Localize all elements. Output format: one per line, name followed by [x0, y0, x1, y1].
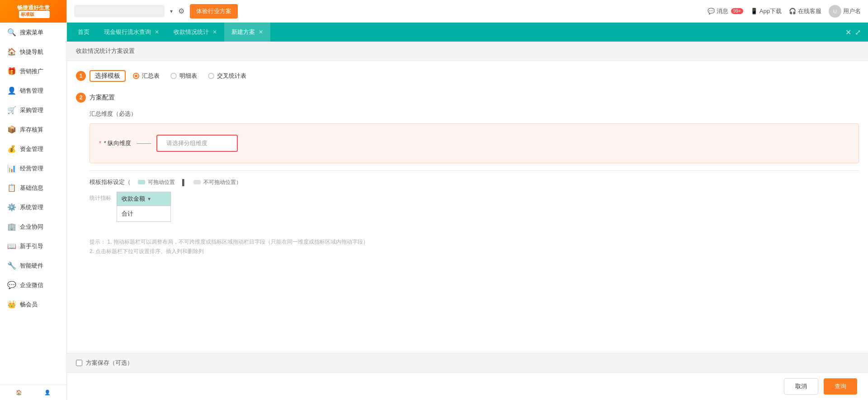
sidebar-item-inventory[interactable]: 📦 库存核算 — [0, 120, 66, 139]
step1-circle: 1 — [76, 71, 86, 81]
dimension-row: * * 纵向维度 —— 请选择分组维度 — [99, 135, 849, 152]
sidebar-item-member[interactable]: 👑 畅会员 — [0, 295, 66, 314]
settings-icon[interactable]: ⚙ — [178, 7, 184, 15]
tab-new-plan[interactable]: 新建方案 ✕ — [224, 23, 270, 42]
sidebar-item-label: 销售管理 — [20, 87, 43, 95]
dimension-arrow: —— — [137, 139, 151, 147]
app-download-label: App下载 — [760, 7, 782, 15]
tip2: 2. 点击标题栏下拉可设置排序、插入列和删除列 — [90, 248, 859, 255]
page-inner: 收款情况统计方案设置 1 选择模板 — [67, 42, 868, 372]
sidebar-item-enterprise[interactable]: 🏢 企业协同 — [0, 217, 66, 236]
radio-cross[interactable]: 交叉统计表 — [208, 72, 246, 80]
sidebar-bottom-home[interactable]: 🏠 — [16, 390, 22, 395]
tab-cash-flow[interactable]: 现金银行流水查询 ✕ — [97, 23, 166, 42]
step1-label: 选择模板 — [95, 72, 120, 79]
step1-section: 1 选择模板 汇总表 — [76, 70, 859, 82]
sidebar-item-search-menu[interactable]: 🔍 搜索菜单 — [0, 23, 66, 42]
search-menu-icon: 🔍 — [7, 28, 16, 37]
page-header: 收款情况统计方案设置 — [67, 42, 868, 61]
sidebar-item-label: 资金管理 — [20, 145, 43, 153]
tab-new-plan-label: 新建方案 — [231, 28, 255, 36]
query-button[interactable]: 查询 — [824, 378, 857, 395]
sidebar-item-hardware[interactable]: 🔧 智能硬件 — [0, 256, 66, 275]
indicators-label: 模板指标设定（ 可拖动位置 ▌ 不可拖动位置） — [90, 178, 859, 186]
money-icon: 💰 — [7, 145, 16, 153]
radio-summary[interactable]: 汇总表 — [133, 72, 160, 80]
main-area: ▾ ⚙ 体验行业方案 💬 消息 99+ 📱 App下载 🎧 在线客服 U 用户名 — [67, 0, 868, 400]
radio-detail[interactable]: 明细表 — [170, 72, 197, 80]
stats-table: 收款金额 ▾ 合计 — [117, 192, 171, 222]
sidebar-item-purchase[interactable]: 🛒 采购管理 — [0, 100, 66, 120]
topbar: ▾ ⚙ 体验行业方案 💬 消息 99+ 📱 App下载 🎧 在线客服 U 用户名 — [67, 0, 868, 23]
dimension-row-label: * * 纵向维度 — [99, 139, 131, 147]
required-asterisk: * — [99, 140, 101, 146]
step1-title: 1 选择模板 汇总表 — [76, 70, 859, 82]
sidebar-item-quick-nav[interactable]: 🏠 快捷导航 — [0, 42, 66, 61]
sidebar-item-sales[interactable]: 👤 销售管理 — [0, 81, 66, 100]
notification-badge: 99+ — [731, 8, 743, 14]
save-plan-checkbox[interactable] — [76, 360, 82, 366]
sidebar-item-marketing[interactable]: 🎁 营销推广 — [0, 61, 66, 81]
sidebar-item-guide[interactable]: 📖 新手引导 — [0, 236, 66, 256]
notification-item[interactable]: 💬 消息 99+ — [708, 7, 743, 15]
page-footer: 方案保存（可选） — [67, 353, 868, 372]
sidebar-item-label: 畅会员 — [20, 301, 38, 309]
app-download-item[interactable]: 📱 App下载 — [750, 7, 782, 15]
tabbar: 首页 现金银行流水查询 ✕ 收款情况统计 ✕ 新建方案 ✕ ✕ ⤢ — [67, 23, 868, 42]
close-window-icon[interactable]: ✕ — [845, 28, 851, 37]
list-icon: 📋 — [7, 184, 16, 192]
radio-cross-label: 交叉统计表 — [217, 72, 246, 80]
dimension-select[interactable]: 请选择分组维度 — [156, 135, 238, 152]
topbar-right: 💬 消息 99+ 📱 App下载 🎧 在线客服 U 用户名 — [708, 5, 861, 18]
sidebar-bottom: 🏠 👤 — [0, 385, 66, 400]
template-radio-group: 汇总表 明细表 交叉统计表 — [133, 72, 246, 80]
topbar-dropdown[interactable]: ▾ — [170, 8, 173, 14]
trial-btn[interactable]: 体验行业方案 — [190, 4, 238, 19]
page-body: 1 选择模板 汇总表 — [67, 61, 868, 353]
stats-column-dropdown-icon[interactable]: ▾ — [148, 196, 151, 202]
logo-text: 畅捷通好生意 — [17, 5, 50, 11]
sidebar-item-label: 营销推广 — [20, 67, 43, 75]
sidebar-item-label: 库存核算 — [20, 126, 43, 134]
user-info[interactable]: U 用户名 — [829, 5, 861, 18]
sidebar-item-operations[interactable]: 📊 经营管理 — [0, 159, 66, 178]
tab-collection-stat[interactable]: 收款情况统计 ✕ — [166, 23, 224, 42]
sidebar-item-label: 经营管理 — [20, 165, 43, 173]
dimension-select-placeholder: 请选择分组维度 — [166, 140, 208, 146]
sidebar-item-system[interactable]: ⚙️ 系统管理 — [0, 198, 66, 217]
step2-section: 2 方案配置 汇总维度（必选） * * 纵向维度 —— — [76, 93, 859, 263]
cancel-button[interactable]: 取消 — [784, 378, 818, 395]
legend-draggable-label: 可拖动位置 — [148, 179, 175, 186]
sidebar-item-label: 基础信息 — [20, 184, 43, 192]
user-avatar: U — [829, 5, 841, 18]
stats-group-label: 统计指标 — [90, 195, 111, 201]
cart-icon: 🛒 — [7, 106, 16, 114]
draggable-color-dot — [138, 180, 145, 184]
tab-cash-flow-close[interactable]: ✕ — [155, 29, 159, 35]
indicators-section: 模板指标设定（ 可拖动位置 ▌ 不可拖动位置） — [90, 170, 859, 222]
save-plan-label: 方案保存（可选） — [86, 359, 133, 367]
search-input[interactable] — [74, 5, 165, 17]
sidebar: 畅捷通好生意 标准版 🔍 搜索菜单 🏠 快捷导航 🎁 营销推广 👤 销售管理 🛒… — [0, 0, 67, 400]
wrench-icon: 🔧 — [7, 261, 16, 270]
tab-new-plan-close[interactable]: ✕ — [259, 29, 263, 35]
sidebar-item-wechat[interactable]: 💬 企业微信 — [0, 275, 66, 295]
online-service-item[interactable]: 🎧 在线客服 — [789, 7, 821, 15]
sidebar-item-basic-info[interactable]: 📋 基础信息 — [0, 178, 66, 198]
username: 用户名 — [843, 7, 861, 15]
legend-non-draggable: 不可拖动位置） — [193, 179, 241, 186]
headset-icon: 🎧 — [789, 8, 796, 14]
gear-icon: ⚙️ — [7, 203, 16, 212]
tab-collection-stat-close[interactable]: ✕ — [212, 29, 217, 35]
sidebar-bottom-user[interactable]: 👤 — [44, 390, 51, 395]
radio-summary-label: 汇总表 — [142, 72, 160, 80]
sidebar-item-label: 企业微信 — [20, 281, 43, 289]
tab-home[interactable]: 首页 — [71, 23, 97, 42]
sidebar-item-finance[interactable]: 💰 资金管理 — [0, 139, 66, 159]
expand-icon[interactable]: ⤢ — [855, 28, 861, 37]
dropdown-arrow-icon: ▾ — [170, 8, 173, 14]
step2-circle: 2 — [76, 93, 86, 103]
stats-cell-total: 合计 — [117, 206, 171, 222]
box-icon: 📦 — [7, 125, 16, 134]
chat-icon: 💬 — [7, 281, 16, 289]
